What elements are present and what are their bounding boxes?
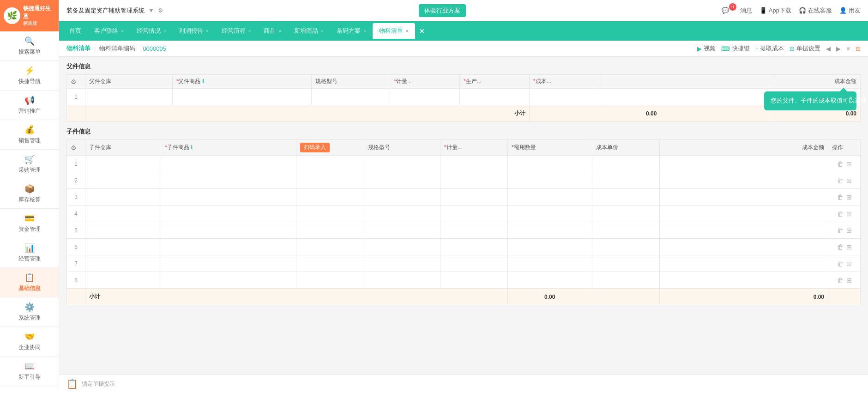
child-warehouse-7[interactable] — [85, 255, 161, 272]
child-unit-1[interactable] — [440, 156, 507, 172]
nav-next-icon[interactable]: ▶ — [836, 45, 841, 52]
sidebar-item-operations[interactable]: 📊 经营管理 — [0, 238, 59, 268]
child-unit-6[interactable] — [440, 239, 507, 255]
grid-view-icon[interactable]: ≡ — [846, 45, 850, 52]
tool-cost[interactable]: ↑ 提取成本 — [755, 44, 784, 53]
child-warehouse-3[interactable] — [85, 189, 161, 206]
child-qty-2[interactable] — [507, 172, 592, 189]
copy-icon-6[interactable]: ⊞ — [846, 243, 852, 251]
child-qty-4[interactable] — [507, 206, 592, 222]
child-spec-2[interactable] — [364, 172, 440, 189]
sidebar-item-purchase[interactable]: 🛒 采购管理 — [0, 150, 59, 179]
child-goods-1[interactable] — [161, 156, 296, 172]
child-unit-4[interactable] — [440, 206, 507, 222]
sidebar-item-system[interactable]: ⚙️ 系统管理 — [0, 297, 59, 327]
child-qty-3[interactable] — [507, 189, 592, 206]
tab-close-profit[interactable]: × — [206, 29, 209, 34]
parent-spec-1[interactable] — [312, 89, 390, 105]
online-service-item[interactable]: 🎧 在线客服 — [799, 6, 832, 15]
tab-bom[interactable]: 物料清单 × — [373, 23, 415, 39]
child-unit-2[interactable] — [440, 172, 507, 189]
app-download-item[interactable]: 📱 App下载 — [760, 6, 791, 15]
copy-icon-7[interactable]: ⊞ — [846, 260, 852, 267]
child-warehouse-2[interactable] — [85, 172, 161, 189]
child-goods-info-icon[interactable]: ℹ — [191, 144, 193, 151]
copy-icon-4[interactable]: ⊞ — [846, 210, 852, 218]
child-spec-4[interactable] — [364, 206, 440, 222]
parent-settings-gear-icon[interactable]: ⚙ — [71, 78, 77, 85]
child-unit-cost-7[interactable] — [592, 255, 659, 272]
child-warehouse-4[interactable] — [85, 206, 161, 222]
child-spec-7[interactable] — [364, 255, 440, 272]
child-spec-6[interactable] — [364, 239, 440, 255]
child-unit-7[interactable] — [440, 255, 507, 272]
tool-settings[interactable]: ⊞ 单据设置 — [790, 44, 820, 53]
tab-close-bom[interactable]: × — [406, 29, 409, 34]
parent-production-1[interactable] — [460, 89, 530, 105]
user-item[interactable]: 👤 用友 — [839, 6, 861, 15]
sidebar-item-sales[interactable]: 💰 销售管理 — [0, 120, 59, 150]
delete-icon-1[interactable]: 🗑 — [837, 160, 844, 168]
child-goods-5[interactable] — [161, 222, 296, 239]
child-goods-4[interactable] — [161, 206, 296, 222]
delete-icon-4[interactable]: 🗑 — [837, 210, 844, 218]
child-goods-7[interactable] — [161, 255, 296, 272]
child-unit-cost-5[interactable] — [592, 222, 659, 239]
sidebar-item-marketing[interactable]: 📢 营销推广 — [0, 91, 59, 120]
tab-customer[interactable]: 客户联络 × — [88, 23, 130, 39]
dropdown-arrow-icon[interactable]: ▼ — [148, 7, 154, 14]
child-unit-cost-6[interactable] — [592, 239, 659, 255]
copy-icon-1[interactable]: ⊞ — [846, 160, 852, 168]
child-unit-8[interactable] — [440, 272, 507, 289]
parent-cost-1[interactable] — [530, 89, 599, 105]
tab-barcode[interactable]: 条码方案 × — [330, 23, 373, 39]
child-spec-1[interactable] — [364, 156, 440, 172]
child-qty-5[interactable] — [507, 222, 592, 239]
child-qty-6[interactable] — [507, 239, 592, 255]
sidebar-item-basic-info[interactable]: 📋 基础信息 — [0, 268, 59, 297]
tab-operations[interactable]: 经营情况 × — [130, 23, 173, 39]
child-goods-2[interactable] — [161, 172, 296, 189]
tab-close-operations[interactable]: × — [163, 29, 166, 34]
child-settings-gear-icon[interactable]: ⚙ — [71, 144, 77, 151]
tooltip-close-icon[interactable]: × — [849, 93, 853, 103]
child-unit-cost-4[interactable] — [592, 206, 659, 222]
child-unit-cost-2[interactable] — [592, 172, 659, 189]
settings-icon[interactable]: ⚙ — [158, 7, 163, 14]
sidebar-item-guide[interactable]: 📖 新手引导 — [0, 357, 59, 386]
copy-icon-8[interactable]: ⊞ — [846, 277, 852, 284]
child-unit-cost-3[interactable] — [592, 189, 659, 206]
delete-icon-3[interactable]: 🗑 — [837, 193, 844, 201]
delete-icon-5[interactable]: 🗑 — [837, 227, 844, 234]
sidebar-item-inventory[interactable]: 📦 库存核算 — [0, 179, 59, 209]
child-warehouse-8[interactable] — [85, 272, 161, 289]
child-warehouse-5[interactable] — [85, 222, 161, 239]
tab-close-new-goods[interactable]: × — [321, 29, 324, 34]
parent-unit-1[interactable] — [390, 89, 460, 105]
tab-close-customer[interactable]: × — [121, 29, 124, 34]
child-unit-5[interactable] — [440, 222, 507, 239]
tab-close-history[interactable]: × — [248, 29, 251, 34]
child-unit-cost-8[interactable] — [592, 272, 659, 289]
sidebar-item-search[interactable]: 🔍 搜索菜单 — [0, 31, 59, 61]
message-item[interactable]: 💬 6 消息 — [722, 6, 752, 15]
child-unit-3[interactable] — [440, 189, 507, 206]
sidebar-item-finance[interactable]: 💳 资金管理 — [0, 209, 59, 238]
child-unit-cost-1[interactable] — [592, 156, 659, 172]
child-spec-8[interactable] — [364, 272, 440, 289]
child-spec-5[interactable] — [364, 222, 440, 239]
delete-icon-6[interactable]: 🗑 — [837, 243, 844, 251]
parent-warehouse-1[interactable] — [85, 89, 173, 105]
child-warehouse-1[interactable] — [85, 156, 161, 172]
copy-icon-5[interactable]: ⊞ — [846, 227, 852, 234]
copy-icon-2[interactable]: ⊞ — [846, 177, 852, 184]
child-spec-3[interactable] — [364, 189, 440, 206]
trial-btn[interactable]: 体验行业方案 — [419, 4, 466, 17]
delete-icon-7[interactable]: 🗑 — [837, 260, 844, 267]
sidebar-item-enterprise[interactable]: 🤝 企业协同 — [0, 327, 59, 357]
parent-goods-1[interactable] — [172, 89, 312, 105]
parent-goods-info-icon[interactable]: ℹ — [202, 78, 205, 85]
tool-shortcut[interactable]: ⌨ 快捷键 — [721, 44, 750, 53]
tab-history[interactable]: 经营历程 × — [215, 23, 258, 39]
tab-goods[interactable]: 商品 × — [257, 23, 288, 39]
